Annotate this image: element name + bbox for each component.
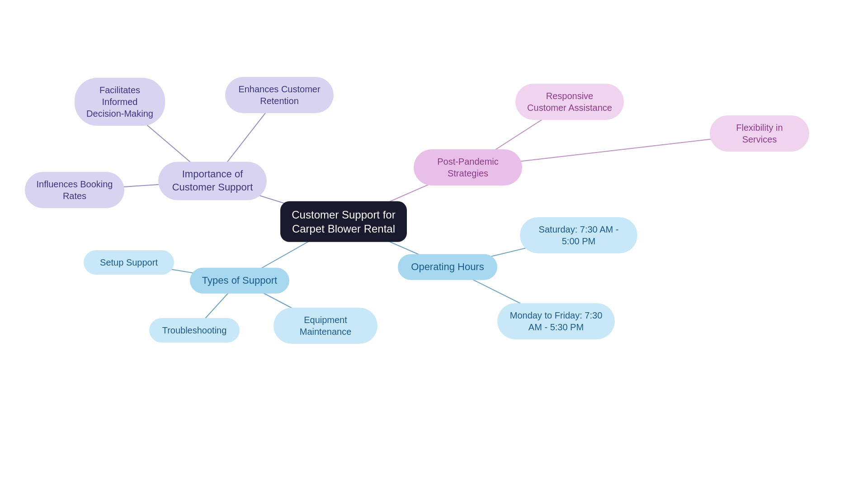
types-node: Types of Support (190, 268, 289, 294)
troubleshooting-node: Troubleshooting (149, 318, 240, 343)
equipment-node: Equipment Maintenance (274, 308, 377, 344)
monday-node: Monday to Friday: 7:30 AM - 5:30 PM (497, 303, 615, 339)
facilitates-node: Facilitates Informed Decision-Making (75, 78, 165, 126)
flexibility-node: Flexibility in Services (710, 115, 809, 152)
saturday-node: Saturday: 7:30 AM - 5:00 PM (520, 217, 637, 253)
mindmap-container: Customer Support for Carpet Blower Renta… (0, 0, 868, 490)
connections-svg (0, 0, 868, 490)
responsive-node: Responsive Customer Assistance (515, 84, 624, 120)
postpandemic-node: Post-Pandemic Strategies (414, 149, 522, 186)
influences-node: Influences Booking Rates (25, 172, 124, 208)
setup-node: Setup Support (84, 250, 174, 275)
enhances-node: Enhances Customer Retention (225, 77, 334, 113)
center-node: Customer Support for Carpet Blower Renta… (280, 201, 407, 242)
operating-node: Operating Hours (398, 254, 497, 280)
importance-node: Importance of Customer Support (158, 162, 267, 200)
